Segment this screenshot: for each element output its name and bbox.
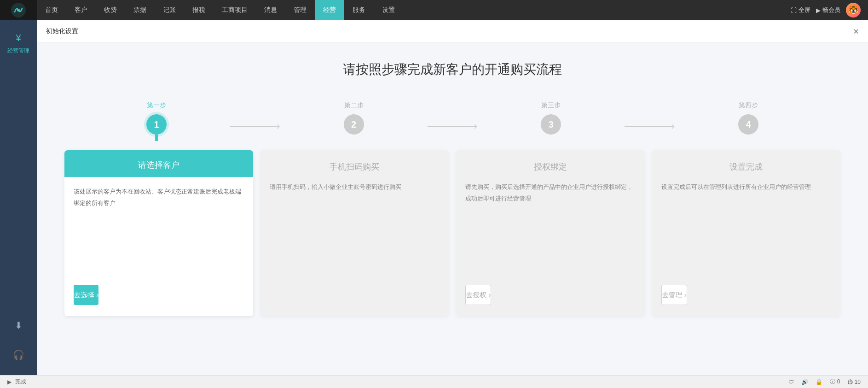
card-1-title: 请选择客户 <box>74 159 244 170</box>
nav-fee[interactable]: 收费 <box>96 0 125 20</box>
connector-1-2: › <box>230 101 280 127</box>
sidebar: ¥ 经营管理 ⬇ 🎧 <box>0 20 37 375</box>
card-3-desc: 请先购买，购买后选择开通的产品中的企业用户进行授权绑定，成功后即可进行经营管理 <box>465 182 636 257</box>
card-4: 设置完成 设置完成后可以在管理列表进行所有企业用户的经营管理 去管理 › <box>652 150 841 316</box>
step-1-label: 第一步 <box>147 101 166 110</box>
nav-items: 首页 客户 收费 票据 记账 报税 工商项目 消息 管理 经营 服务 设置 <box>37 0 791 20</box>
close-button[interactable]: × <box>853 27 859 36</box>
step-1: 第一步 1 <box>83 101 230 141</box>
nav-accounting[interactable]: 记账 <box>155 0 184 20</box>
fullscreen-icon: ⛶ <box>791 7 797 14</box>
card-3-title: 授权绑定 <box>465 161 636 172</box>
sidebar-support[interactable]: 🎧 <box>0 342 37 368</box>
download-icon: ⬇ <box>11 318 26 333</box>
page-title: 初始化设置 <box>46 27 78 35</box>
card-1-header: 请选择客户 <box>64 150 253 177</box>
play-status-icon: ▶ <box>7 379 12 385</box>
step-3: 第三步 3 <box>477 101 625 135</box>
sidebar-download[interactable]: ⬇ <box>0 312 37 338</box>
cards-row: 请选择客户 该处展示的客户为不在回收站、客户状态正常建账后完成老板端绑定的所有客… <box>64 150 840 316</box>
logo[interactable] <box>0 0 37 20</box>
nav-customer[interactable]: 客户 <box>66 0 96 20</box>
nav-business[interactable]: 工商项目 <box>214 0 256 20</box>
status-label: 完成 <box>15 378 26 386</box>
step-2-circle: 2 <box>344 114 364 135</box>
step-1-circle: 1 <box>146 114 167 135</box>
power-icon: ⏻ 10 <box>847 379 861 385</box>
info-status-icon: ⓘ 0 <box>830 378 840 386</box>
go-authorize-button[interactable]: 去授权 › <box>465 285 491 305</box>
member-btn[interactable]: ▶ 畅会员 <box>816 6 840 14</box>
step-2-label: 第二步 <box>344 101 364 110</box>
go-manage-button[interactable]: 去管理 › <box>661 285 687 305</box>
headset-icon: 🎧 <box>11 347 26 362</box>
step-2: 第二步 2 <box>280 101 428 135</box>
status-bar-left: ▶ 完成 <box>7 378 26 386</box>
nav-message[interactable]: 消息 <box>256 0 285 20</box>
main-title: 请按照步骤完成新客户的开通购买流程 <box>64 61 840 78</box>
step-4: 第四步 4 <box>675 101 822 135</box>
main-content: 初始化设置 × 请按照步骤完成新客户的开通购买流程 第一步 1 › 第二步 2 <box>37 20 868 375</box>
nav-home[interactable]: 首页 <box>37 0 66 20</box>
connector-3-4: › <box>625 101 675 127</box>
nav-ticket[interactable]: 票据 <box>125 0 155 20</box>
yuan-icon: ¥ <box>11 30 26 45</box>
nav-settings[interactable]: 设置 <box>374 0 403 20</box>
card-4-title: 设置完成 <box>661 161 832 172</box>
lock-icon: 🔒 <box>816 379 822 385</box>
card-2-title: 手机扫码购买 <box>270 161 440 172</box>
card-2-desc: 请用手机扫码，输入小微企业主账号密码进行购买 <box>270 182 440 193</box>
fullscreen-btn[interactable]: ⛶ 全屏 <box>791 6 810 14</box>
status-bar: ▶ 完成 🛡 🔊 🔒 ⓘ 0 ⏻ 10 <box>0 375 868 388</box>
svg-point-1 <box>17 9 20 12</box>
card-4-desc: 设置完成后可以在管理列表进行所有企业用户的经营管理 <box>661 182 832 248</box>
top-nav: 首页 客户 收费 票据 记账 报税 工商项目 消息 管理 经营 服务 设置 ⛶ … <box>0 0 868 20</box>
step-4-circle: 4 <box>738 114 758 135</box>
card-1-desc: 该处展示的客户为不在回收站、客户状态正常建账后完成老板端绑定的所有客户 <box>74 186 244 229</box>
card-1: 请选择客户 该处展示的客户为不在回收站、客户状态正常建账后完成老板端绑定的所有客… <box>64 150 253 316</box>
nav-manage[interactable]: 管理 <box>285 0 315 20</box>
card-3: 授权绑定 请先购买，购买后选择开通的产品中的企业用户进行授权绑定，成功后即可进行… <box>456 150 645 316</box>
avatar[interactable]: 🐯 <box>846 3 861 18</box>
nav-operation[interactable]: 经营 <box>315 0 344 20</box>
status-bar-right: 🛡 🔊 🔒 ⓘ 0 ⏻ 10 <box>788 378 861 386</box>
nav-tax[interactable]: 报税 <box>184 0 214 20</box>
play-icon: ▶ <box>816 7 821 14</box>
step-3-label: 第三步 <box>541 101 561 110</box>
shield-status-icon: 🛡 <box>788 379 794 385</box>
go-select-button[interactable]: 去选择 › <box>74 285 98 305</box>
volume-icon: 🔊 <box>801 379 808 385</box>
step-4-label: 第四步 <box>739 101 758 110</box>
step-3-circle: 3 <box>541 114 561 135</box>
sidebar-bottom: ⬇ 🎧 <box>0 312 37 375</box>
connector-2-3: › <box>428 101 478 127</box>
nav-right: ⛶ 全屏 ▶ 畅会员 🐯 <box>791 3 868 18</box>
sidebar-item-operation[interactable]: ¥ 经营管理 <box>0 25 37 60</box>
card-2: 手机扫码购买 请用手机扫码，输入小微企业主账号密码进行购买 <box>260 150 449 316</box>
content-area: 请按照步骤完成新客户的开通购买流程 第一步 1 › 第二步 2 › <box>37 42 868 375</box>
nav-service[interactable]: 服务 <box>344 0 374 20</box>
steps-progress: 第一步 1 › 第二步 2 › 第三步 3 <box>64 101 840 141</box>
page-header: 初始化设置 × <box>37 20 868 42</box>
